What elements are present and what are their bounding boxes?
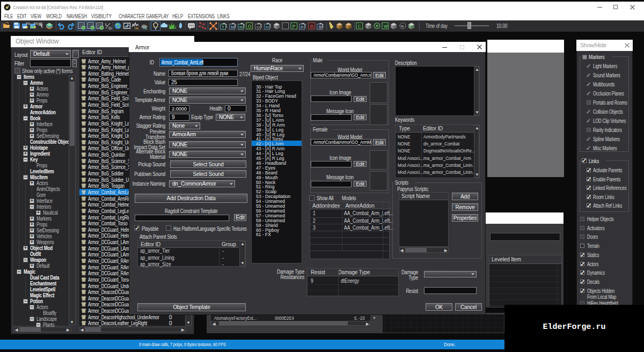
svg-text:R: R xyxy=(301,25,304,30)
svg-text:HK: HK xyxy=(135,27,139,30)
svg-text:M: M xyxy=(231,25,235,30)
svg-text:⚙: ⚙ xyxy=(318,25,322,30)
svg-text:PS: PS xyxy=(26,22,30,25)
svg-text:H: H xyxy=(266,25,269,30)
svg-text:□: □ xyxy=(284,24,287,29)
svg-text:T: T xyxy=(222,25,224,30)
svg-text:FB: FB xyxy=(143,27,147,30)
svg-text:H: H xyxy=(239,25,243,30)
svg-text:G: G xyxy=(108,26,112,31)
svg-text:PS: PS xyxy=(34,22,38,25)
svg-text:P: P xyxy=(292,24,296,29)
svg-text:C: C xyxy=(358,24,362,29)
svg-text:w: w xyxy=(400,24,404,28)
svg-text:B: B xyxy=(310,24,314,29)
svg-text:O: O xyxy=(257,25,260,30)
svg-text:O: O xyxy=(248,24,252,29)
svg-text:W: W xyxy=(384,24,389,29)
